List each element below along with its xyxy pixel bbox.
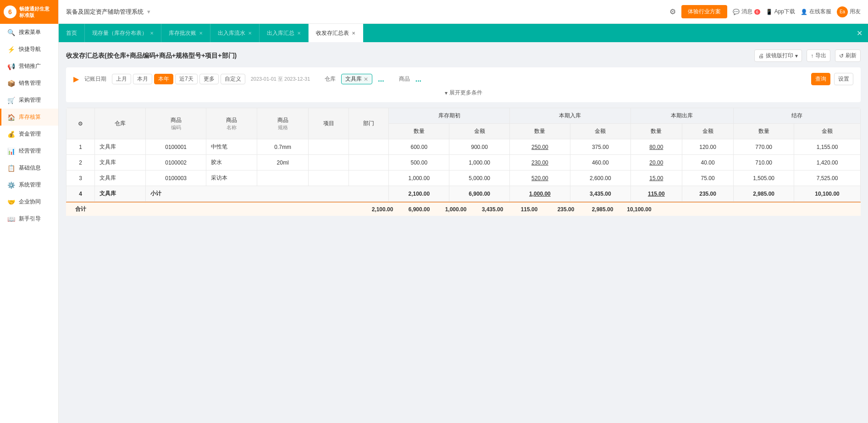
total-nums: 2,100.00 6,900.00 1,000.00 3,435.00 115.… [144, 206, 658, 213]
tab-label-recv-send: 收发存汇总表 [316, 29, 349, 37]
sidebar-item-purchase[interactable]: 🛒采购管理 [0, 92, 58, 109]
th-in-amt: 金额 [570, 124, 630, 139]
date-btn-更多[interactable]: 更多 [199, 74, 219, 84]
total-open-qty3 [217, 206, 254, 213]
warehouse-tag-remove[interactable]: ✕ [364, 76, 368, 82]
total-v7: 2,985.00 [584, 206, 621, 213]
sidebar-item-collab[interactable]: 🤝企业协同 [0, 193, 58, 210]
filter-area: ▶ 记账日期 上月本月本年近7天更多自定义 2023-01-01 至 2023-… [66, 67, 861, 102]
user-action[interactable]: Ea 用友 [837, 6, 861, 17]
cell-no: 2 [66, 155, 95, 170]
expand-conditions-button[interactable]: ▾ 展开更多条件 [445, 89, 482, 97]
filter-date-buttons: 上月本月本年近7天更多自定义 [112, 74, 245, 84]
sidebar-label-finance: 资金管理 [19, 130, 41, 138]
date-btn-上月[interactable]: 上月 [112, 74, 131, 84]
th-settings[interactable]: ⚙ [66, 108, 95, 139]
tab-close-batch[interactable]: ✕ [199, 31, 203, 36]
message-action[interactable]: 💬 消息 6 [733, 8, 760, 16]
sub-open-amt: 6,900.00 [449, 186, 510, 202]
export-button[interactable]: ↑ 导出 [807, 49, 830, 62]
tab-stock-dist[interactable]: 现存量（库存分布表）✕ [85, 24, 161, 42]
tab-inout-flow[interactable]: 出入库流水✕ [210, 24, 260, 42]
tab-close-recv-send[interactable]: ✕ [352, 31, 355, 36]
cell-dept [348, 170, 389, 186]
sidebar-item-sales[interactable]: 📦销售管理 [0, 75, 58, 92]
cell-close-qty: 1,505.00 [734, 170, 794, 186]
sidebar-label-inventory: 库存核算 [19, 113, 41, 121]
sidebar-item-finance[interactable]: 💰资金管理 [0, 126, 58, 143]
tab-close-stock-dist[interactable]: ✕ [150, 31, 154, 36]
cell-close-amt: 7,525.00 [794, 170, 861, 186]
th-goods-spec: 商品规格 [257, 108, 308, 139]
online-service-action[interactable]: 👤 在线客服 [801, 8, 831, 16]
sidebar-item-operations[interactable]: 📊经营管理 [0, 143, 58, 159]
gear-icon[interactable]: ⚙ [669, 7, 676, 16]
sidebar-item-search[interactable]: 🔍搜索菜单 [0, 24, 58, 41]
cell-in-qty[interactable]: 520.00 [510, 170, 570, 186]
tabbar: 首页现存量（库存分布表）✕库存批次账✕出入库流水✕出入库汇总✕收发存汇总表✕✕ [59, 24, 868, 42]
sub-out-amt: 235.00 [682, 186, 733, 202]
date-btn-本年[interactable]: 本年 [154, 74, 173, 84]
sidebar-logo: 6 畅捷通好生意 标准版 [0, 0, 58, 24]
total-open-qty2 [181, 206, 217, 213]
cell-in-qty[interactable]: 230.00 [510, 155, 570, 170]
print-icon: 🖨 [758, 53, 764, 59]
refresh-button[interactable]: ↺ 刷新 [835, 49, 861, 62]
cell-name: 中性笔 [206, 139, 257, 155]
tab-inout-summary[interactable]: 出入库汇总✕ [260, 24, 309, 42]
total-v8: 10,100.00 [621, 206, 658, 213]
settings-button[interactable]: 设置 [834, 73, 853, 85]
sub-close-qty: 2,985.00 [734, 186, 794, 202]
query-button[interactable]: 查询 [811, 73, 830, 85]
app-download-action[interactable]: 📱 App下载 [766, 8, 795, 16]
total-v4: 3,435.00 [474, 206, 511, 213]
message-icon: 💬 [733, 9, 740, 15]
table-row-subtotal: 4 文具库 小计 2,100.00 6,900.00 1,000.00 3,43… [66, 186, 861, 202]
table-row: 2 文具库 0100002 胶水 20ml 500.00 1,000.00 23… [66, 155, 861, 170]
cell-out-qty[interactable]: 80.00 [630, 139, 682, 155]
cell-name: 胶水 [206, 155, 257, 170]
sidebar-label-collab: 企业协同 [19, 198, 41, 206]
tab-close-inout-summary[interactable]: ✕ [297, 31, 301, 36]
date-btn-自定义[interactable]: 自定义 [221, 74, 245, 84]
tab-close-all[interactable]: ✕ [851, 29, 868, 38]
filter-expand-row: ▾ 展开更多条件 [73, 89, 853, 97]
cell-out-amt: 120.00 [682, 139, 733, 155]
sidebar-item-inventory[interactable]: 🏠库存核算 [0, 109, 58, 126]
print-button[interactable]: 🖨 拔镜版打印 ▾ [754, 49, 802, 62]
column-settings-icon[interactable]: ⚙ [78, 121, 83, 127]
cell-in-qty[interactable]: 250.00 [510, 139, 570, 155]
warehouse-more[interactable]: ... [378, 75, 384, 83]
filter-expand-icon[interactable]: ▶ [73, 75, 79, 83]
cell-out-qty[interactable]: 20.00 [630, 155, 682, 170]
total-open-qty [144, 206, 181, 213]
tab-recv-send[interactable]: 收发存汇总表✕ [309, 24, 363, 42]
cell-out-qty[interactable]: 15.00 [630, 170, 682, 186]
tab-label-home: 首页 [66, 29, 77, 37]
data-table: ⚙ 仓库 商品编码 商品名称 商品规格 项目 部门 库存期初 本期入库 本期出库… [66, 108, 861, 202]
tab-close-inout-flow[interactable]: ✕ [248, 31, 252, 36]
tab-batch[interactable]: 库存批次账✕ [161, 24, 210, 42]
sidebar-nav: 🔍搜索菜单⚡快捷导航📢营销推广📦销售管理🛒采购管理🏠库存核算💰资金管理📊经营管理… [0, 24, 58, 423]
sidebar-item-marketing[interactable]: 📢营销推广 [0, 58, 58, 75]
sub-open-qty: 2,100.00 [389, 186, 449, 202]
page-content: 收发存汇总表(按仓库+商品编码+商品+规格型号+项目+部门) 🖨 拔镜版打印 ▾… [59, 42, 868, 423]
sidebar-item-basic[interactable]: 📋基础信息 [0, 159, 58, 176]
sidebar-label-operations: 经营管理 [19, 147, 41, 155]
tab-home[interactable]: 首页 [59, 24, 85, 42]
sidebar-item-guide[interactable]: 📖新手引导 [0, 210, 58, 227]
cell-dept [348, 139, 389, 155]
cell-out-amt: 40.00 [682, 155, 733, 170]
sub-warehouse: 文具库 [95, 186, 146, 202]
table-row: 3 文具库 0100003 采访本 1,000.00 5,000.00 520.… [66, 170, 861, 186]
sidebar-item-system[interactable]: ⚙️系统管理 [0, 176, 58, 193]
date-btn-本月[interactable]: 本月 [133, 74, 152, 84]
date-btn-近7天[interactable]: 近7天 [175, 74, 198, 84]
sidebar-item-quick[interactable]: ⚡快捷导航 [0, 41, 58, 58]
total-label: 合计 [71, 205, 144, 213]
experience-button[interactable]: 体验行业方案 [681, 5, 727, 18]
refresh-icon: ↺ [839, 53, 844, 59]
marketing-icon: 📢 [7, 63, 15, 70]
sub-label: 小计 [146, 186, 389, 202]
goods-more[interactable]: ... [415, 75, 421, 83]
